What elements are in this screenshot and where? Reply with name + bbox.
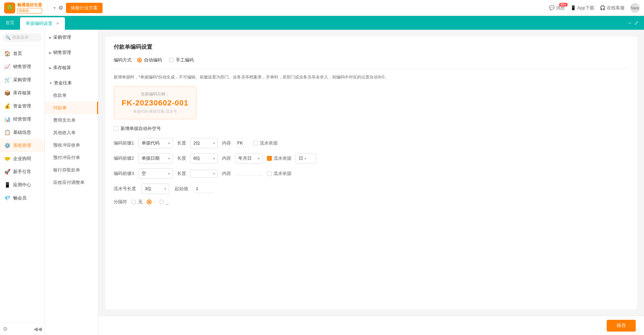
sub-child-expense[interactable]: 费用支出单 bbox=[45, 114, 98, 127]
prefix3-chevron bbox=[168, 172, 170, 176]
sidebar-item-purchase[interactable]: 🛒 采购管理 bbox=[0, 73, 45, 86]
sidebar-item-guide[interactable]: 🚀 新手引导 bbox=[0, 165, 45, 178]
prefix2-content-select[interactable]: 年月日 bbox=[235, 153, 263, 164]
auto-code-radio-circle bbox=[137, 58, 142, 63]
sidebar-item-system[interactable]: ⚙️ 系统管理 bbox=[0, 139, 45, 152]
arrow-sales: ▶ bbox=[49, 51, 52, 55]
sidebar-item-basics[interactable]: 📋 基础信息 bbox=[0, 126, 45, 139]
separator-underscore-radio[interactable]: _ bbox=[159, 199, 169, 205]
workspace-dropdown[interactable]: ▾ bbox=[54, 6, 56, 10]
sub-parent-inventory[interactable]: ▶ 库存核算 bbox=[45, 62, 98, 74]
sidebar-item-inventory[interactable]: 📦 库存核算 bbox=[0, 86, 45, 100]
prefix2-serial-checkbox[interactable]: ✓ bbox=[267, 156, 272, 161]
prefix1-serial-follow: 流水依据 bbox=[253, 140, 278, 146]
guide-icon: 🚀 bbox=[4, 169, 10, 175]
sub-child-bank[interactable]: 银行存取款单 bbox=[45, 164, 98, 176]
nav-tabs: 首页 单据编码设置 ✕ – ⤢ bbox=[0, 16, 644, 30]
download-icon: 📱 bbox=[570, 5, 576, 10]
serial-start-input[interactable] bbox=[194, 185, 214, 193]
try-button[interactable]: 体验行业方案 bbox=[66, 3, 103, 13]
prefix2-period-select[interactable]: 日 bbox=[296, 153, 316, 164]
nav-minimize-icon[interactable]: – bbox=[628, 20, 631, 26]
tab-home[interactable]: 首页 bbox=[0, 16, 20, 30]
prefix3-length-label: 长度 bbox=[177, 170, 186, 177]
sidebar-search: 🔍 搜索菜单 bbox=[0, 30, 45, 46]
sub-group-capital: ▼ 资金往来 收款单 付款单 费用支出单 其他收入单 预收冲应收单 预付冲应付单… bbox=[45, 75, 98, 190]
sub-group-sales: ▶ 销售管理 bbox=[45, 45, 98, 60]
sub-child-prereceipt[interactable]: 预收冲应收单 bbox=[45, 139, 98, 151]
manual-code-radio[interactable]: 手工编码 bbox=[169, 57, 194, 63]
purchase-icon: 🛒 bbox=[4, 77, 10, 83]
sidebar-item-enterprise[interactable]: 🤝 企业协同 bbox=[0, 152, 45, 165]
message-icon: 💬 bbox=[549, 5, 555, 10]
top-bar: 🍀 畅通道好生意 插曲版 ▾ ⚙ 体验行业方案 💬 消息 99+ 📱 App下载… bbox=[0, 0, 644, 16]
sidebar-bottom: ⚙ ◀◀ bbox=[0, 323, 45, 335]
sub-child-other-income[interactable]: 其他收入单 bbox=[45, 127, 98, 139]
sidebar-item-operations[interactable]: 📊 经营管理 bbox=[0, 113, 45, 126]
enterprise-icon: 🤝 bbox=[4, 156, 10, 162]
sub-parent-sales[interactable]: ▶ 销售管理 bbox=[45, 46, 98, 59]
sidebar: 🔍 搜索菜单 🏠 首页 📈 销售管理 🛒 采购管理 📦 库存核算 💰 资金管理 … bbox=[0, 30, 45, 335]
serial-row: 流水号长度 3位 起始值 bbox=[114, 184, 629, 194]
content-card: 付款单编码设置 编码方式 自动编码 手工编码 新增单据时，*单据编码*自动生成，… bbox=[105, 37, 637, 309]
inventory-icon: 📦 bbox=[4, 90, 10, 96]
prefix2-content-chevron bbox=[258, 157, 260, 160]
sub-child-payment[interactable]: 付款单 bbox=[45, 102, 98, 114]
serial-length-select[interactable]: 3位 bbox=[142, 184, 169, 194]
prefix2-row: 编码前缀2 单据日期 长度 8位 内容 年月日 ✓ 流水依据 日 bbox=[114, 153, 629, 164]
prefix3-content-value bbox=[235, 172, 263, 175]
separator-underscore-circle bbox=[159, 199, 164, 204]
prefix3-select[interactable]: 空 bbox=[138, 168, 173, 179]
arrow-inventory: ▶ bbox=[49, 66, 52, 70]
sub-parent-capital[interactable]: ▼ 资金往来 bbox=[45, 77, 98, 89]
message-button[interactable]: 💬 消息 99+ bbox=[549, 5, 565, 11]
prefix3-length-select[interactable] bbox=[190, 170, 218, 178]
prefix2-chevron bbox=[168, 157, 170, 160]
sub-child-prepayment[interactable]: 预付冲应付单 bbox=[45, 151, 98, 164]
home-icon: 🏠 bbox=[4, 50, 10, 57]
prefix2-length-select[interactable]: 8位 bbox=[190, 153, 218, 164]
prefix2-select[interactable]: 单据日期 bbox=[138, 153, 173, 164]
collapse-icon[interactable]: ◀◀ bbox=[33, 326, 42, 332]
sidebar-item-member[interactable]: 💎 畅会员 bbox=[0, 192, 45, 205]
encoding-method-label: 编码方式 bbox=[114, 57, 132, 63]
search-input[interactable]: 🔍 搜索菜单 bbox=[3, 33, 42, 42]
app-download-button[interactable]: 📱 App下载 bbox=[570, 5, 594, 11]
sidebar-item-sales[interactable]: 📈 销售管理 bbox=[0, 60, 45, 73]
separator-none-circle bbox=[131, 199, 136, 204]
save-button[interactable]: 保存 bbox=[607, 320, 636, 332]
nav-expand-icon[interactable]: ⤢ bbox=[634, 20, 638, 26]
prefix1-length-select[interactable]: 2位 bbox=[190, 138, 218, 148]
prefix3-serial-checkbox[interactable] bbox=[267, 171, 272, 176]
auto-code-radio[interactable]: 自动编码 bbox=[137, 57, 162, 63]
prefix1-select[interactable]: 单据代码 bbox=[138, 138, 173, 148]
settings-icon[interactable]: ⚙ bbox=[58, 4, 63, 11]
autofill-checkbox[interactable] bbox=[114, 126, 118, 131]
sub-child-adjustment[interactable]: 应收应付调整单 bbox=[45, 176, 98, 189]
serial-length-chevron bbox=[164, 187, 166, 191]
online-service-button[interactable]: 🎧 在线客服 bbox=[600, 5, 625, 11]
logo: 🍀 畅通道好生意 插曲版 bbox=[4, 2, 42, 13]
service-icon: 🎧 bbox=[600, 5, 605, 10]
arrow-capital: ▼ bbox=[49, 81, 52, 85]
sales-icon: 📈 bbox=[4, 64, 10, 70]
sidebar-item-finance[interactable]: 💰 资金管理 bbox=[0, 100, 45, 113]
settings-bottom-icon[interactable]: ⚙ bbox=[3, 326, 8, 332]
prefix3-label: 编码前缀3 bbox=[114, 170, 134, 177]
avatar[interactable]: Nare bbox=[630, 3, 640, 13]
separator-none-radio[interactable]: 无 bbox=[131, 199, 143, 205]
separator-dot-radio[interactable]: · bbox=[147, 199, 155, 205]
top-bar-left: 🍀 畅通道好生意 插曲版 ▾ ⚙ 体验行业方案 bbox=[4, 2, 103, 13]
tab-encoding-settings[interactable]: 单据编码设置 ✕ bbox=[20, 17, 65, 30]
encoding-method-row: 编码方式 自动编码 手工编码 bbox=[114, 57, 629, 68]
tab-close-icon[interactable]: ✕ bbox=[56, 21, 59, 26]
sidebar-item-apps[interactable]: 📱 应用中心 bbox=[0, 178, 45, 192]
prefix2-length-label: 长度 bbox=[177, 155, 186, 161]
prefix1-serial-checkbox[interactable] bbox=[253, 141, 258, 146]
sub-parent-purchase[interactable]: ▶ 采购管理 bbox=[45, 31, 98, 44]
encoding-method-radio-group: 自动编码 手工编码 bbox=[137, 57, 194, 63]
sidebar-item-home[interactable]: 🏠 首页 bbox=[0, 47, 45, 60]
manual-code-radio-circle bbox=[169, 58, 174, 63]
example-label: 当前编码示例： bbox=[141, 91, 170, 97]
sub-child-receipt[interactable]: 收款单 bbox=[45, 89, 98, 102]
